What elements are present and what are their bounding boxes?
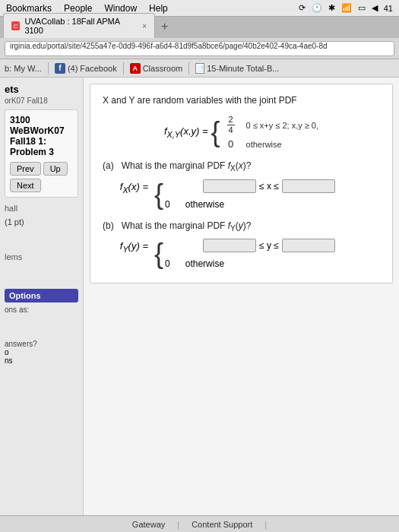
joint-pdf-piecewise: fX,Y(x,y) = { 2 4 0 ≤ x+y ≤ 2; x,y ≥ 0, [164,115,318,150]
pt-label: (1 pt) [5,214,78,230]
problem-header: 3100 WeBWorK07 Fall18 1: Problem 3 Prev … [5,109,78,198]
bookmarks-bar: b: My W... f (4) Facebook A Classroom 📄 … [0,59,399,78]
part-b-text: What is the marginal PDF fY(y)? [122,220,252,231]
left-brace: { [211,119,220,146]
sidebar-ets-label: ets [5,84,19,95]
part-b-constraint: ≤ y ≤ [203,239,335,252]
bookmark-fifteen[interactable]: 📄 15-Minute Total-B... [195,63,279,74]
footer-sep1: | [177,520,179,529]
footer: Gateway | Content Support | [0,515,399,532]
part-b-answer: fY(y) = { ≤ y ≤ [103,239,380,269]
menubar-right: ⟳ 🕐 ✱ 📶 ▭ ◀ 41 [299,3,393,13]
pdf-val-zero: 0 [223,138,239,150]
frac-denominator: 4 [227,125,235,135]
bookmark-facebook[interactable]: f (4) Facebook [55,63,117,74]
part-b-lower-input[interactable] [203,239,256,252]
part-a-answer: fX(x) = { ≤ x ≤ [103,179,380,210]
menu-window[interactable]: Window [104,3,137,14]
prev-button[interactable]: Prev [10,162,41,176]
bookmark-sep-1 [48,62,49,74]
part-b-otherwise-row: 0 otherwise [165,258,335,269]
main-problem-area: X and Y are random variables with the jo… [84,78,399,515]
tab-favicon: C [11,21,20,30]
facebook-icon: f [55,63,65,74]
part-a-cases: ≤ x ≤ 0 otherwise [165,179,335,210]
tab-close-btn[interactable]: × [142,22,147,30]
battery-number: 41 [384,4,393,13]
items-label: lems [5,252,78,261]
menu-bookmarks[interactable]: Bookmarks [6,3,52,14]
part-a-label: (a) [103,160,114,171]
part-a-otherwise-label: otherwise [185,199,224,210]
answers-sub2: ns [5,356,78,365]
part-a-text: What is the marginal PDF fX(x)? [122,160,252,171]
problem-description: X and Y are random variables with the jo… [103,95,380,106]
clock-icon: 🕐 [312,3,322,13]
part-a-lower-input[interactable] [203,179,256,193]
pdf-cond-1: 0 ≤ x+y ≤ 2; x,y ≥ 0, [246,121,318,130]
pdf-function-name: fX,Y(x,y) = [164,125,208,139]
pdf-case-otherwise: 0 otherwise [223,138,318,150]
footer-gateway[interactable]: Gateway [132,520,165,529]
sidebar-subtitle: orK07 Fall18 [5,97,78,105]
pdf-cases: 2 4 0 ≤ x+y ≤ 2; x,y ≥ 0, 0 otherwise [223,115,318,150]
bookmark-sep-2 [123,62,124,74]
address-input[interactable]: irginia.edu/portal/site/4255a47e-0dd9-49… [5,41,394,56]
bluetooth-icon: ✱ [328,3,335,13]
pdf-otherwise: otherwise [246,140,282,149]
part-a-brace-wrap: { ≤ x ≤ 0 otherwise [154,179,335,210]
part-a-constraint: ≤ x ≤ [203,179,335,193]
part-b-question: (b) What is the marginal PDF fY(y)? [103,220,380,233]
footer-support[interactable]: Content Support [192,520,252,529]
myw-label: b: My W... [5,64,42,73]
part-a-func-label: fX(x) = [103,179,148,195]
part-b-input-expr [165,240,195,251]
menu-people[interactable]: People [64,3,92,14]
part-b-brace-wrap: { ≤ y ≤ 0 otherwise [154,239,335,269]
monitor-icon: ▭ [358,3,366,13]
part-a-brace: { [154,181,163,208]
part-b-brace: { [154,240,163,268]
part-a-input-expr [165,181,195,192]
bookmark-classroom[interactable]: A Classroom [130,63,183,74]
joint-pdf-math: fX,Y(x,y) = { 2 4 0 ≤ x+y ≤ 2; x,y ≥ 0, [103,115,380,150]
hall-label: hall [5,204,78,213]
new-tab-button[interactable]: + [155,17,174,36]
answers-text: answers? [5,340,78,348]
up-button[interactable]: Up [43,162,68,176]
next-button[interactable]: Next [10,179,41,192]
part-b-leq: ≤ y ≤ [259,240,279,251]
footer-sep2: | [264,520,267,529]
bookmark-sep-3 [188,62,189,74]
problem-title: 3100 WeBWorK07 Fall18 1: Problem 3 [10,115,73,157]
part-b-row1: ≤ y ≤ [165,239,335,252]
sidebar: ets orK07 Fall18 3100 WeBWorK07 Fall18 1… [0,78,84,515]
part-b-func-label: fY(y) = [103,239,148,254]
pdf-val-frac: 2 4 [223,115,239,135]
part-b-otherwise-label: otherwise [185,258,224,269]
part-a-upper-input[interactable] [282,179,335,193]
bookmark-myw[interactable]: b: My W... [5,64,42,73]
fifteen-label: 15-Minute Total-B... [207,64,279,73]
part-a-question: (a) What is the marginal PDF fX(x)? [103,160,380,173]
options-subtitle: ons as: [5,306,78,314]
sync-icon: ⟳ [299,3,306,13]
fraction-2-4: 2 4 [227,115,235,135]
facebook-count: (4) [68,64,78,73]
part-a-leq: ≤ x ≤ [259,181,279,192]
options-label[interactable]: Options [5,289,78,302]
classroom-icon: A [130,63,141,74]
menu-help[interactable]: Help [149,3,168,14]
browser-tab[interactable]: C UVACollab : 18Fall APMA 3100 × [3,13,155,38]
answers-sub1: o [5,348,78,356]
address-bar: irginia.edu/portal/site/4255a47e-0dd9-49… [0,38,399,59]
part-b-upper-input[interactable] [282,239,335,252]
part-a-row1: ≤ x ≤ [165,179,335,193]
part-a-zero: 0 [165,199,170,210]
part-a-otherwise-row: 0 otherwise [165,199,335,210]
content-area: ets orK07 Fall18 3100 WeBWorK07 Fall18 1… [0,78,399,515]
pdf-case-1: 2 4 0 ≤ x+y ≤ 2; x,y ≥ 0, [223,115,318,135]
facebook-label: Facebook [80,64,116,73]
problem-box: X and Y are random variables with the jo… [90,84,393,283]
tab-title: UVACollab : 18Fall APMA 3100 [24,17,135,35]
